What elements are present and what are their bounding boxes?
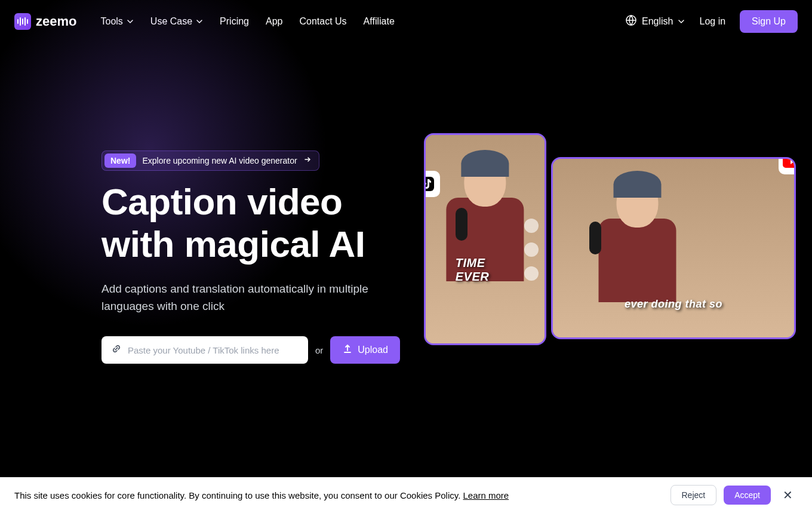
- upload-icon: [342, 343, 353, 357]
- nav-contact[interactable]: Contact Us: [299, 16, 346, 27]
- login-label: Log in: [699, 16, 725, 26]
- video-portrait: TIME EVER: [424, 133, 546, 345]
- brand-logo[interactable]: zeemo: [14, 13, 76, 30]
- reject-label: Reject: [682, 490, 706, 500]
- cookie-accept-button[interactable]: Accept: [724, 486, 771, 505]
- cookie-actions: Reject Accept ✕: [670, 485, 798, 505]
- brand-name: zeemo: [36, 14, 76, 29]
- reaction-heart: [524, 242, 539, 257]
- reaction-profile: [524, 219, 539, 233]
- badge-text: Explore upcoming new AI video generator: [142, 156, 297, 165]
- close-icon: ✕: [783, 489, 793, 502]
- badge-new-label: New!: [104, 153, 136, 168]
- hero-title: Caption video with magical AI: [102, 180, 400, 266]
- reaction-comment: [524, 266, 539, 281]
- upload-label: Upload: [358, 345, 388, 355]
- tiktok-icon: [424, 177, 434, 191]
- nav-usecase[interactable]: Use Case: [150, 16, 203, 27]
- signup-button[interactable]: Sign Up: [740, 10, 798, 33]
- nav-pricing[interactable]: Pricing: [220, 16, 249, 27]
- youtube-badge: [779, 157, 796, 174]
- header-right: English Log in Sign Up: [625, 10, 798, 33]
- cookie-reject-button[interactable]: Reject: [670, 485, 717, 505]
- nav-tools[interactable]: Tools: [100, 16, 133, 27]
- input-row: or Upload: [102, 336, 400, 364]
- person-graphic: [441, 156, 530, 312]
- cookie-close-button[interactable]: ✕: [778, 488, 798, 502]
- video-preview: TIME EVER ever doing that so: [424, 133, 796, 345]
- main-content: New! Explore upcoming new AI video gener…: [0, 43, 812, 477]
- cookie-learn-more-link[interactable]: Learn more: [463, 490, 509, 500]
- nav-app-label: App: [266, 16, 282, 27]
- youtube-icon: [783, 157, 796, 168]
- chevron-down-icon: [127, 18, 134, 25]
- title-line-1: Caption video: [102, 181, 342, 222]
- language-label: English: [642, 16, 673, 27]
- announcement-badge[interactable]: New! Explore upcoming new AI video gener…: [102, 150, 319, 171]
- hero-text: New! Explore upcoming new AI video gener…: [102, 150, 400, 364]
- nav-contact-label: Contact Us: [299, 16, 346, 27]
- chevron-down-icon: [196, 18, 203, 25]
- video-landscape: ever doing that so: [551, 157, 796, 339]
- video-caption-1: TIME EVER: [456, 256, 515, 284]
- nav-app[interactable]: App: [266, 16, 282, 27]
- login-button[interactable]: Log in: [699, 16, 725, 27]
- hero-subtitle: Add captions and translation automatical…: [102, 280, 400, 315]
- cookie-banner: This site uses cookies for core function…: [0, 477, 812, 513]
- url-input-wrapper: [102, 336, 308, 364]
- link-icon: [111, 343, 122, 357]
- globe-icon: [625, 14, 637, 29]
- nav-tools-label: Tools: [100, 16, 122, 27]
- language-selector[interactable]: English: [625, 14, 685, 29]
- person-graphic: [551, 177, 728, 311]
- cookie-message: This site uses cookies for core function…: [14, 490, 463, 500]
- cookie-text: This site uses cookies for core function…: [14, 490, 509, 500]
- signup-label: Sign Up: [752, 16, 786, 26]
- microphone-graphic: [589, 222, 601, 254]
- main-header: zeemo Tools Use Case Pricing App: [0, 0, 812, 43]
- arrow-right-icon: [303, 155, 312, 166]
- nav-pricing-label: Pricing: [220, 16, 249, 27]
- header-left: zeemo Tools Use Case Pricing App: [14, 13, 395, 30]
- title-line-2: with magical AI: [102, 223, 365, 265]
- tiktok-reactions: [524, 219, 539, 281]
- tiktok-badge: [424, 171, 440, 197]
- chevron-down-icon: [678, 18, 685, 25]
- nav-affiliate-label: Affiliate: [364, 16, 395, 27]
- video-caption-2: ever doing that so: [625, 298, 722, 311]
- nav-usecase-label: Use Case: [150, 16, 192, 27]
- main-nav: Tools Use Case Pricing App Contact Us: [100, 16, 394, 27]
- logo-icon: [14, 13, 31, 30]
- url-input[interactable]: [128, 345, 299, 355]
- nav-affiliate[interactable]: Affiliate: [364, 16, 395, 27]
- or-separator: or: [315, 345, 323, 355]
- microphone-graphic: [456, 208, 467, 241]
- accept-label: Accept: [734, 490, 760, 500]
- upload-button[interactable]: Upload: [330, 336, 400, 364]
- hero-section: New! Explore upcoming new AI video gener…: [102, 43, 710, 364]
